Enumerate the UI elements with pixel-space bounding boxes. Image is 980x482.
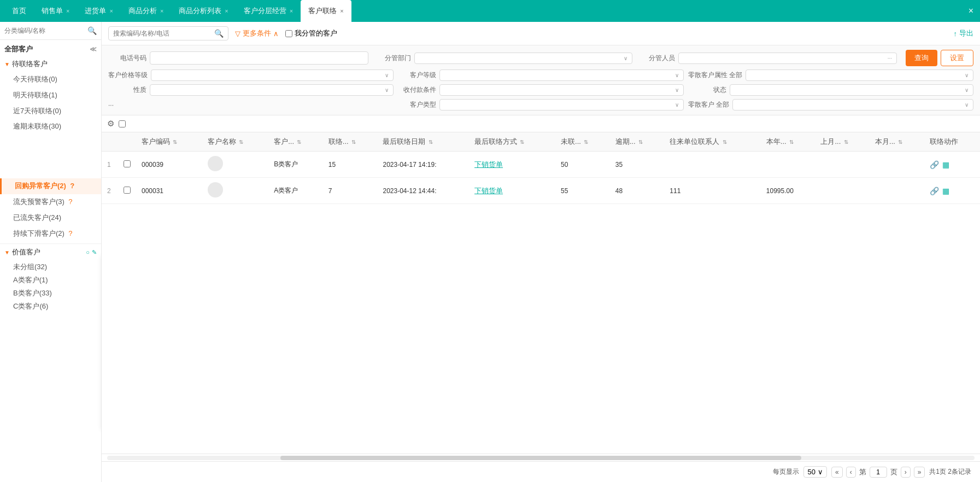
- filter-select-retail-customer[interactable]: ∨: [732, 99, 973, 111]
- sidebar-value-group[interactable]: ▼ 价值客户 ○ ✎: [0, 243, 101, 260]
- filter-group-status: 状态 ∨: [688, 84, 973, 96]
- my-customers-filter: 我分管的客户: [285, 28, 337, 38]
- table-select-all-checkbox[interactable]: [119, 120, 126, 127]
- nav-tab-purchase-close[interactable]: ×: [109, 8, 113, 14]
- row-checkbox-2[interactable]: [124, 187, 131, 194]
- export-button[interactable]: ↑ 导出: [954, 28, 974, 38]
- per-page-select[interactable]: 50 ∨: [803, 466, 826, 478]
- nav-tab-sales-close[interactable]: ×: [66, 8, 69, 14]
- sidebar-value-edit-icon[interactable]: ○: [86, 249, 90, 256]
- filter-select-department[interactable]: ∨: [414, 53, 633, 64]
- action-link-icon-1[interactable]: 🔗: [930, 160, 939, 169]
- th-customer-type-label: 客户...: [274, 137, 294, 146]
- link-last-contact-method-1[interactable]: 下销货单: [474, 160, 503, 169]
- settings-button[interactable]: 设置: [941, 50, 973, 66]
- table-area[interactable]: 客户编码 ⇅ 客户名称 ⇅ 客户... ⇅ 联络...: [102, 132, 980, 454]
- th-current-month[interactable]: 本月... ⇅: [870, 132, 924, 152]
- nav-tab-customer-contact-close[interactable]: ×: [340, 8, 343, 14]
- sidebar-value-arrow: ▼: [4, 249, 10, 255]
- nav-tab-home[interactable]: 首页: [4, 0, 34, 22]
- sidebar-item-repurchase-anomaly[interactable]: 回购异常客户(2) ?: [0, 178, 101, 194]
- th-last-contact-date[interactable]: 最后联络日期 ⇅: [377, 132, 469, 152]
- first-page-button[interactable]: «: [831, 467, 843, 478]
- th-related-contacts[interactable]: 往来单位联系人 ⇅: [664, 132, 760, 152]
- filter-input-phone[interactable]: [150, 51, 368, 65]
- action-grid-icon-2[interactable]: ▦: [942, 187, 949, 195]
- sidebar-item-repurchase-anomaly-label: 回购异常客户(2): [15, 182, 66, 190]
- row-checkbox-1[interactable]: [124, 160, 131, 167]
- sidebar-item-today-pending[interactable]: 今天待联络(0): [0, 72, 101, 88]
- nav-close-all-button[interactable]: ×: [969, 6, 973, 16]
- nav-tab-analytics-list-close[interactable]: ×: [225, 8, 228, 14]
- filter-label-retail-customer: 零散客户 全部: [688, 100, 729, 109]
- sidebar-all-customers-header[interactable]: 全部客户 ≪: [0, 40, 101, 56]
- th-customer-type-sort: ⇅: [297, 139, 301, 145]
- search-icon[interactable]: 🔍: [214, 29, 224, 38]
- sidebar-value-label: 价值客户: [12, 247, 40, 257]
- sidebar-subitem-class-c[interactable]: C类客户(6): [0, 300, 101, 313]
- sidebar-search-input[interactable]: [4, 27, 87, 34]
- table-row: 2 000031 A类客户 7 2023-04-12 14:44: 下销货单: [102, 178, 980, 204]
- th-customer-type[interactable]: 客户... ⇅: [268, 132, 323, 152]
- query-button[interactable]: 查询: [906, 50, 937, 66]
- sidebar-pending-group[interactable]: ▼ 待联络客户: [0, 56, 101, 72]
- nav-tab-analytics-close[interactable]: ×: [160, 8, 163, 14]
- nav-tab-purchase[interactable]: 进货单 ×: [77, 0, 120, 22]
- th-current-year[interactable]: 本年... ⇅: [761, 132, 815, 152]
- search-input[interactable]: [113, 30, 214, 37]
- th-code[interactable]: 客户编码 ⇅: [136, 132, 202, 152]
- nav-tab-analytics[interactable]: 商品分析 ×: [121, 0, 171, 22]
- th-last-contact-method[interactable]: 最后联络方式 ⇅: [469, 132, 555, 152]
- filter-select-nature[interactable]: ∨: [150, 84, 394, 96]
- nav-tab-customer-segment[interactable]: 客户分层经营 ×: [236, 0, 301, 22]
- sidebar-item-lost-preview[interactable]: 流失预警客户(3) ?: [0, 194, 101, 210]
- sidebar-subitem-class-a[interactable]: A类客户(1): [0, 274, 101, 287]
- filter-select-retail-attr[interactable]: ∨: [746, 69, 973, 81]
- sidebar-item-declining[interactable]: 持续下滑客户(2) ?: [0, 226, 101, 242]
- filter-select-customer-type[interactable]: ∨: [439, 99, 683, 111]
- th-contact-count[interactable]: 联络... ⇅: [323, 132, 378, 152]
- cell-customer-type-2: A类客户: [268, 178, 323, 204]
- sidebar-value-settings-icon[interactable]: ✎: [92, 249, 97, 256]
- nav-tab-sales[interactable]: 销售单 ×: [34, 0, 77, 22]
- th-name[interactable]: 客户名称 ⇅: [202, 132, 268, 152]
- more-conditions-button[interactable]: ▽ 更多条件 ∧: [235, 28, 279, 38]
- nav-tab-customer-contact[interactable]: 客户联络 ×: [301, 0, 351, 22]
- sidebar-collapse-button[interactable]: ≪: [90, 45, 97, 53]
- filter-select-status[interactable]: ∨: [730, 84, 973, 96]
- link-last-contact-method-2[interactable]: 下销货单: [474, 187, 503, 195]
- cell-code-1: 000039: [136, 152, 202, 178]
- sidebar-item-tomorrow-pending[interactable]: 明天待联络(1): [0, 88, 101, 103]
- table-settings-icon[interactable]: ⚙: [107, 119, 114, 129]
- th-related-contacts-sort: ⇅: [723, 139, 727, 145]
- prev-page-button[interactable]: ‹: [846, 467, 856, 478]
- current-page-input[interactable]: [870, 467, 887, 478]
- sidebar-item-overdue-pending[interactable]: 逾期未联络(30): [0, 119, 101, 135]
- next-page-button[interactable]: ›: [901, 467, 911, 478]
- sidebar-item-lost[interactable]: 已流失客户(24): [0, 210, 101, 226]
- filter-select-manager[interactable]: ···: [678, 53, 897, 64]
- th-last-month[interactable]: 上月... ⇅: [815, 132, 870, 152]
- horizontal-scrollbar[interactable]: [102, 454, 980, 461]
- action-icons-1: 🔗 ▦: [930, 160, 975, 169]
- nav-tab-customer-segment-close[interactable]: ×: [290, 8, 293, 14]
- filter-group-retail-customer: 零散客户 全部 ∨: [688, 99, 973, 111]
- sidebar-subitem-ungrouped[interactable]: 未分组(32): [0, 260, 101, 274]
- sidebar-subitem-class-b[interactable]: B类客户(33): [0, 287, 101, 300]
- filter-select-price-level[interactable]: ∨: [151, 69, 394, 81]
- action-link-icon-2[interactable]: 🔗: [930, 187, 939, 195]
- filter-select-customer-level[interactable]: ∨: [439, 69, 683, 81]
- scrollbar-thumb[interactable]: [280, 456, 801, 460]
- my-customers-checkbox[interactable]: [285, 30, 292, 37]
- sidebar-item-week-pending[interactable]: 近7天待联络(0): [0, 103, 101, 119]
- last-page-button[interactable]: »: [914, 467, 925, 478]
- filter-label-department: 分管部门: [373, 54, 411, 63]
- th-overdue[interactable]: 逾期... ⇅: [610, 132, 665, 152]
- filter-more-button[interactable]: ···: [108, 101, 114, 109]
- nav-tab-analytics-list[interactable]: 商品分析列表 ×: [171, 0, 236, 22]
- filter-select-payment[interactable]: ∨: [439, 84, 683, 96]
- action-grid-icon-1[interactable]: ▦: [942, 160, 949, 169]
- th-uncontacted[interactable]: 未联... ⇅: [555, 132, 610, 152]
- sidebar-search-icon[interactable]: 🔍: [87, 26, 97, 35]
- th-action-label: 联络动作: [930, 137, 958, 146]
